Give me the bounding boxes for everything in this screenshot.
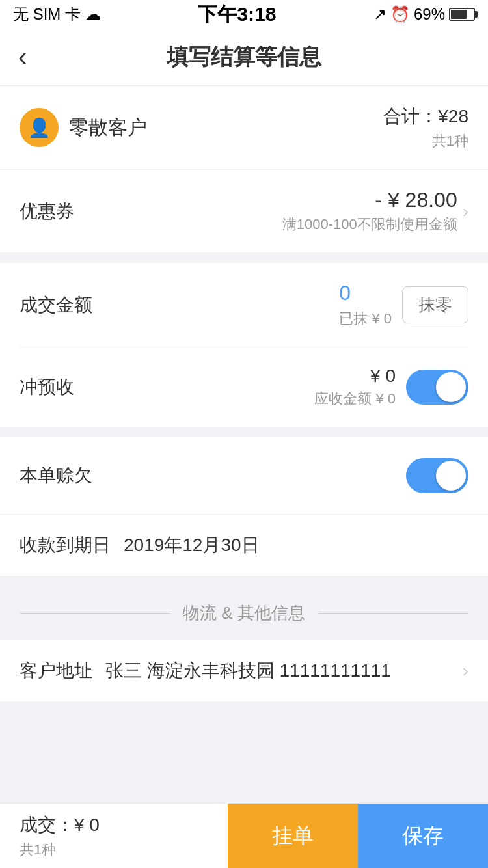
alarm-icon: ⏰ bbox=[390, 5, 410, 23]
logistics-divider: 物流 & 其他信息 bbox=[0, 586, 488, 640]
debt-toggle[interactable] bbox=[406, 458, 468, 493]
content: 👤 零散客户 合计：¥28 共1种 优惠券 - ¥ 28.00 满1000-10… bbox=[0, 86, 488, 780]
coupon-desc: 满1000-100不限制使用金额 bbox=[282, 215, 457, 234]
save-button[interactable]: 保存 bbox=[358, 804, 488, 869]
bottom-deal-amount: ¥ 0 bbox=[74, 815, 100, 835]
deal-amount-block: 0 已抹 ¥ 0 bbox=[339, 281, 392, 329]
logistics-line-left bbox=[20, 613, 170, 614]
address-row[interactable]: 客户地址 张三 海淀永丰科技园 11111111111 › bbox=[0, 640, 488, 701]
customer-left: 👤 零散客户 bbox=[20, 108, 147, 147]
total-amount: 合计：¥28 bbox=[383, 104, 468, 129]
toggle-knob bbox=[436, 372, 466, 402]
deal-label: 成交金额 bbox=[20, 293, 92, 318]
logistics-line-right bbox=[318, 613, 468, 614]
address-label: 客户地址 bbox=[20, 658, 92, 683]
address-value: 张三 海淀永丰科技园 11111111111 bbox=[105, 658, 463, 683]
battery-text: 69% bbox=[414, 5, 445, 23]
page-title: 填写结算等信息 bbox=[167, 42, 321, 72]
logistics-text: 物流 & 其他信息 bbox=[170, 602, 318, 625]
advance-amount: ¥ 0 bbox=[314, 366, 396, 387]
total-count: 共1种 bbox=[383, 131, 468, 151]
bottom-deal: 成交：¥ 0 bbox=[20, 813, 208, 837]
back-button[interactable]: ‹ bbox=[18, 42, 27, 72]
bottom-bar: 成交：¥ 0 共1种 挂单 保存 bbox=[0, 803, 488, 868]
customer-total: 合计：¥28 共1种 bbox=[383, 104, 468, 151]
address-chevron-icon: › bbox=[463, 660, 468, 681]
coupon-label: 优惠券 bbox=[20, 199, 74, 224]
coupon-row[interactable]: 优惠券 - ¥ 28.00 满1000-100不限制使用金额 › bbox=[0, 169, 488, 252]
deal-right: 0 已抹 ¥ 0 抹零 bbox=[339, 281, 468, 329]
coupon-right: - ¥ 28.00 满1000-100不限制使用金额 › bbox=[282, 188, 468, 234]
battery-icon bbox=[449, 8, 475, 21]
status-bar: 无 SIM 卡 ☁ 下午3:18 ↗ ⏰ 69% bbox=[0, 0, 488, 29]
deal-already: 已抹 ¥ 0 bbox=[339, 309, 392, 329]
hang-button[interactable]: 挂单 bbox=[228, 804, 358, 869]
debt-row: 本单赊欠 bbox=[20, 437, 468, 514]
duedate-label: 收款到期日 bbox=[20, 533, 111, 558]
advance-receivable: 应收金额 ¥ 0 bbox=[314, 389, 396, 409]
status-time: 下午3:18 bbox=[198, 1, 276, 28]
coupon-chevron-icon: › bbox=[463, 201, 468, 222]
advance-right: ¥ 0 应收金额 ¥ 0 bbox=[314, 366, 468, 409]
avatar-icon: 👤 bbox=[28, 117, 51, 139]
debt-section: 本单赊欠 bbox=[0, 437, 488, 514]
advance-amount-block: ¥ 0 应收金额 ¥ 0 bbox=[314, 366, 396, 409]
location-icon: ↗ bbox=[373, 5, 386, 23]
advance-toggle[interactable] bbox=[406, 370, 468, 405]
status-left: 无 SIM 卡 ☁ bbox=[13, 4, 101, 25]
coupon-value-block: - ¥ 28.00 满1000-100不限制使用金额 bbox=[282, 188, 457, 234]
customer-section: 👤 零散客户 合计：¥28 共1种 优惠券 - ¥ 28.00 满1000-10… bbox=[0, 86, 488, 252]
deal-row: 成交金额 0 已抹 ¥ 0 抹零 bbox=[20, 263, 468, 347]
customer-avatar: 👤 bbox=[20, 108, 59, 147]
round-zero-button[interactable]: 抹零 bbox=[402, 286, 468, 323]
customer-row: 👤 零散客户 合计：¥28 共1种 bbox=[0, 86, 488, 169]
advance-row: 冲预收 ¥ 0 应收金额 ¥ 0 bbox=[20, 347, 468, 427]
deal-section: 成交金额 0 已抹 ¥ 0 抹零 冲预收 ¥ 0 应收金额 ¥ 0 bbox=[0, 263, 488, 427]
duedate-row: 收款到期日 2019年12月30日 bbox=[0, 514, 488, 576]
coupon-amount: - ¥ 28.00 bbox=[282, 188, 457, 212]
bottom-count: 共1种 bbox=[20, 840, 208, 860]
advance-label: 冲预收 bbox=[20, 375, 74, 400]
customer-name: 零散客户 bbox=[69, 115, 147, 141]
duedate-value: 2019年12月30日 bbox=[124, 533, 260, 558]
bottom-summary: 成交：¥ 0 共1种 bbox=[0, 813, 228, 860]
debt-label: 本单赊欠 bbox=[20, 463, 92, 488]
sim-text: 无 SIM 卡 ☁ bbox=[13, 4, 101, 25]
deal-amount: 0 bbox=[339, 281, 392, 305]
status-right: ↗ ⏰ 69% bbox=[373, 5, 475, 23]
debt-toggle-knob bbox=[436, 461, 466, 491]
nav-bar: ‹ 填写结算等信息 bbox=[0, 29, 488, 86]
bottom-deal-label: 成交： bbox=[20, 815, 74, 835]
